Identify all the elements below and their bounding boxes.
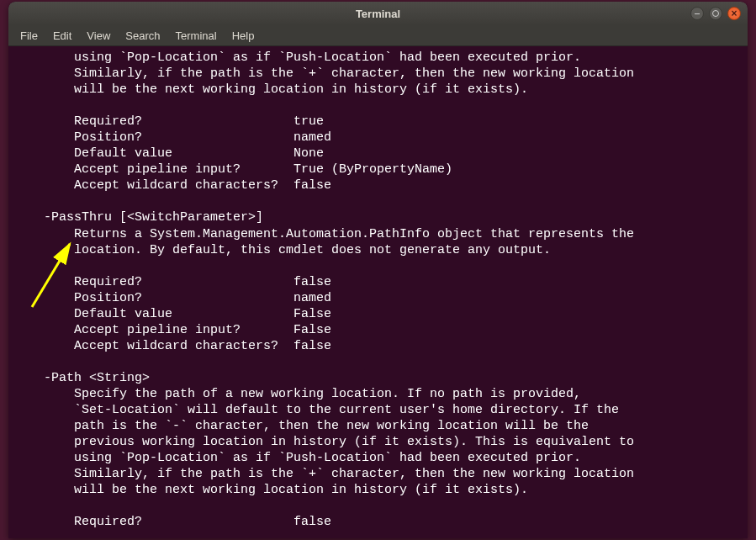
titlebar: Terminal bbox=[8, 2, 748, 25]
menu-help[interactable]: Help bbox=[225, 27, 262, 45]
menu-terminal[interactable]: Terminal bbox=[169, 27, 224, 45]
menu-edit[interactable]: Edit bbox=[46, 27, 78, 45]
menu-view[interactable]: View bbox=[80, 27, 117, 45]
menu-file[interactable]: File bbox=[13, 27, 45, 45]
window-title: Terminal bbox=[356, 8, 400, 20]
terminal-output[interactable]: using `Pop-Location` as if `Push-Locatio… bbox=[8, 46, 748, 538]
close-button[interactable] bbox=[727, 7, 741, 20]
menu-search[interactable]: Search bbox=[119, 27, 167, 45]
maximize-button[interactable] bbox=[709, 7, 722, 20]
menubar: File Edit View Search Terminal Help bbox=[8, 25, 748, 46]
window-controls bbox=[690, 7, 741, 20]
terminal-window: Terminal File Edit View Search Terminal … bbox=[8, 2, 748, 538]
minimize-button[interactable] bbox=[690, 7, 704, 20]
